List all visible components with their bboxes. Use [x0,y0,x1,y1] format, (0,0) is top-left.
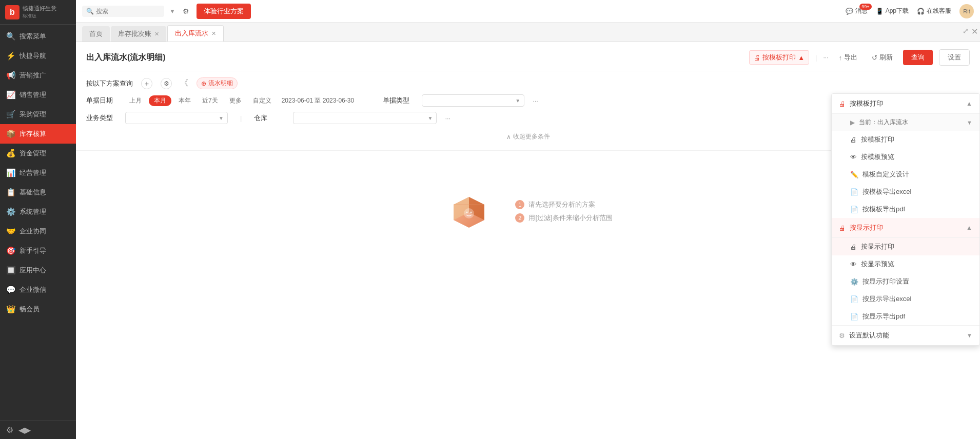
filter-collapse-button[interactable]: 《 [180,78,188,89]
filter-add-button[interactable]: + [141,78,152,89]
display-section-arrow: ▲ [966,224,972,231]
date-this-year[interactable]: 本年 [174,95,195,106]
date-this-month[interactable]: 本月 [149,95,171,106]
sidebar-item-basic[interactable]: 📋 基础信息 [0,183,76,202]
type-filter-select[interactable] [422,94,524,107]
biz-filter-select[interactable] [125,112,228,124]
topbar-chevron-icon[interactable]: ▼ [169,8,175,15]
template-print-section-label: 🖨 按模板打印 [839,99,883,108]
template-export-excel-item[interactable]: 📄 按模板导出excel [832,183,979,201]
display-export-excel-item[interactable]: 📄 按显示导出excel [832,290,979,308]
filter-tag-label: 流水明细 [208,79,233,88]
warehouse-filter-select[interactable] [293,112,437,124]
date-7days[interactable]: 近7天 [198,95,222,106]
display-export-excel-label: 按显示导出excel [863,294,911,304]
print-icon: 🖨 [754,54,760,62]
template-print-item[interactable]: 🖨 按模板打印 [832,131,979,148]
export-button[interactable]: ↑ 导出 [835,51,862,64]
display-export-pdf-item[interactable]: 📄 按显示导出pdf [832,308,979,325]
tab-expand-icon[interactable]: ⤢ [963,27,969,35]
display-preview-icon: 👁 [850,261,857,268]
main-content: 🔍 ▼ ⚙ 体验行业方案 💬 消息 99+ 📱 App下载 🎧 在线客服 Rit [76,0,980,439]
sidebar-item-enterprise[interactable]: 🤝 企业协同 [0,222,76,241]
template-pdf-icon: 📄 [850,206,858,213]
topbar-search[interactable]: 🔍 [82,6,164,17]
tab-flow[interactable]: 出入库流水 ✕ [167,25,224,42]
more-actions-icon[interactable]: ··· [823,54,828,61]
sidebar-item-guide[interactable]: 🎯 新手引导 [0,241,76,261]
sidebar-item-inventory[interactable]: 📦 库存核算 [0,124,76,144]
search-input[interactable] [96,8,147,15]
marketing-icon: 📢 [6,71,15,80]
user-avatar[interactable]: Rit [959,4,974,18]
app-download-button[interactable]: 📱 App下载 [876,7,909,15]
sidebar-item-marketing[interactable]: 📢 营销推广 [0,66,76,85]
template-preview-icon: 👁 [850,153,857,161]
tab-home[interactable]: 首页 [82,26,110,42]
print-header-icon: 🖨 [839,100,846,108]
template-preview-item[interactable]: 👁 按模板预览 [832,148,979,166]
tab-flow-close-icon[interactable]: ✕ [211,30,216,37]
sidebar-item-shortcut[interactable]: ⚡ 快捷导航 [0,46,76,66]
message-button[interactable]: 💬 消息 99+ [846,7,868,15]
print-template-button[interactable]: 🖨 按模板打印 ▲ [749,50,809,65]
date-more[interactable]: 更多 [225,95,246,106]
sidebar-item-shortcut-label: 快捷导航 [19,51,46,61]
display-print-section-header[interactable]: 🖨 按显示打印 ▲ [832,218,979,238]
sidebar-item-search-label: 搜索菜单 [19,32,46,41]
type-more-icon[interactable]: ··· [533,97,538,105]
sidebar-item-wechat[interactable]: 💬 企业微信 [0,280,76,300]
template-design-item[interactable]: ✏️ 模板自定义设计 [832,166,979,183]
message-badge: 99+ [859,4,871,10]
template-export-pdf-item[interactable]: 📄 按模板导出pdf [832,201,979,218]
tab-batch-close-icon[interactable]: ✕ [154,31,159,37]
sidebar-item-operations[interactable]: 📊 经营管理 [0,163,76,183]
display-print-icon: 🖨 [850,243,857,251]
date-range-display: 2023-06-01 至 2023-06-30 [282,96,354,105]
print-dropdown-icon[interactable]: ▲ [798,54,805,62]
finance-icon: 💰 [6,149,15,158]
active-filter-tag[interactable]: ⊕ 流水明细 [197,77,238,89]
sidebar-item-finance[interactable]: 💰 资金管理 [0,144,76,163]
dropdown-footer[interactable]: ⚙ 设置默认功能 ▼ [832,325,979,345]
footer-arrow: ▼ [967,332,972,338]
collapse-sidebar-icon[interactable]: ◀▶ [18,425,31,435]
sidebar-item-system[interactable]: ⚙️ 系统管理 [0,202,76,222]
sidebar-item-purchase[interactable]: 🛒 采购管理 [0,105,76,124]
filter-row-1: 按以下方案查询 + ⚙ 《 ⊕ 流水明细 [86,77,970,89]
logo-badge: 标准版 [23,13,56,19]
tab-close-all-button[interactable]: ✕ [971,27,978,36]
sidebar-item-appstore[interactable]: 🔲 应用中心 [0,261,76,280]
template-print-section-header[interactable]: 🖨 按模板打印 ▲ [832,94,979,114]
type-filter-wrapper [422,94,524,107]
basic-icon: 📋 [6,188,15,197]
settings-button[interactable]: 设置 [939,49,970,66]
display-print-settings-item[interactable]: ⚙️ 按显示打印设置 [832,273,979,290]
current-template-indicator: ▶ 当前：出入库流水 ▼ [832,114,979,131]
sidebar-item-enterprise-label: 企业协同 [19,227,46,236]
query-button[interactable]: 查询 [903,50,933,65]
filter-config-button[interactable]: ⚙ [161,78,172,89]
tab-batch[interactable]: 库存批次账 ✕ [111,26,166,42]
sidebar-item-wechat-label: 企业微信 [19,285,46,294]
current-template-label: 当前：出入库流水 [859,118,908,127]
refresh-button[interactable]: ↺ 刷新 [868,51,897,64]
warehouse-more-icon[interactable]: ··· [445,114,450,122]
date-custom[interactable]: 自定义 [249,95,276,106]
sidebar-item-search[interactable]: 🔍 搜索菜单 [0,27,76,46]
trial-button[interactable]: 体验行业方案 [197,4,251,19]
online-service-button[interactable]: 🎧 在线客服 [917,7,951,15]
settings-icon[interactable]: ⚙ [6,425,13,435]
sidebar-item-member[interactable]: 👑 畅会员 [0,300,76,319]
page-content: 出入库流水(流水明细) 🖨 按模板打印 ▲ | ··· ↑ 导出 ↺ 刷新 查询 [76,42,980,439]
display-preview-item[interactable]: 👁 按显示预览 [832,255,979,273]
svg-point-5 [466,212,468,213]
sidebar-item-sales[interactable]: 📈 销售管理 [0,85,76,105]
display-print-item[interactable]: 🖨 按显示打印 [832,238,979,255]
topbar-gear-icon[interactable]: ⚙ [183,7,189,15]
sidebar-item-operations-label: 经营管理 [19,168,46,177]
date-last-month[interactable]: 上月 [125,95,146,106]
user-name: Rit [963,8,970,14]
service-icon: 🎧 [917,8,925,15]
enterprise-icon: 🤝 [6,227,15,236]
